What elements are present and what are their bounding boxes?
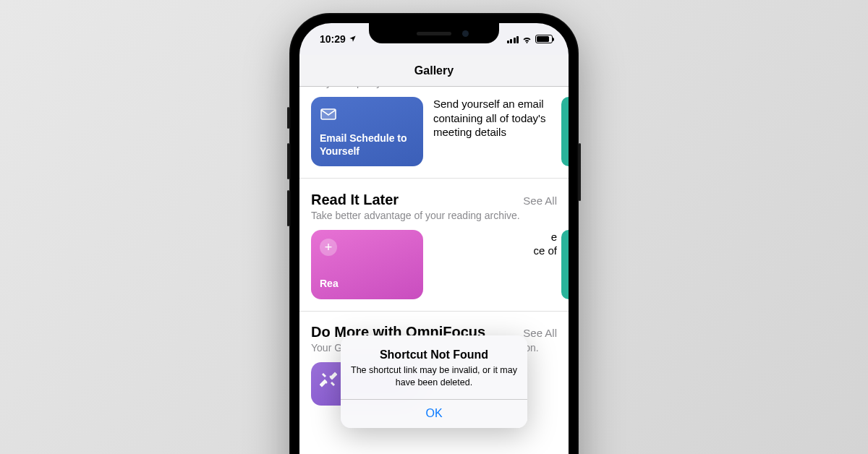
mute-switch <box>287 107 289 129</box>
next-card-peek[interactable] <box>561 97 569 166</box>
tools-icon <box>320 371 337 388</box>
alert-dialog: Shortcut Not Found The shortcut link may… <box>341 335 527 428</box>
section-subtitle: Take better advantage of your reading ar… <box>311 210 557 221</box>
see-all-link[interactable]: See All <box>523 194 557 207</box>
section-subtitle: Stay on top of your schedule. <box>311 87 557 88</box>
speaker <box>417 32 451 35</box>
side-button <box>579 143 581 201</box>
iphone-frame: 10:29 Gallery Put It on th <box>289 13 579 454</box>
wifi-icon <box>522 35 532 43</box>
mail-icon <box>320 106 337 123</box>
next-card-peek[interactable] <box>561 230 569 299</box>
cellular-signal-icon <box>507 35 519 43</box>
volume-down <box>287 190 289 226</box>
volume-up <box>287 143 289 179</box>
location-icon <box>349 33 357 45</box>
nav-bar: Gallery <box>299 55 569 87</box>
plus-icon: + <box>320 239 337 256</box>
shortcut-card-title: Rea <box>320 278 414 291</box>
alert-ok-button[interactable]: OK <box>341 399 527 428</box>
alert-message: The shortcut link may be invalid, or it … <box>351 364 517 389</box>
shortcut-card-email-schedule[interactable]: Email Schedule to Yourself <box>311 97 423 166</box>
nav-title: Gallery <box>414 64 454 77</box>
alert-title: Shortcut Not Found <box>351 348 517 361</box>
shortcut-card-desc: Send yourself an email containing all of… <box>433 97 557 166</box>
notch <box>369 23 499 43</box>
section-title: Read It Later <box>311 192 399 208</box>
shortcut-card-desc: e ce of <box>433 230 557 299</box>
battery-icon <box>535 35 553 43</box>
front-camera <box>462 30 469 37</box>
status-time: 10:29 <box>320 33 346 45</box>
see-all-link[interactable]: See All <box>523 327 557 339</box>
section-calendar: Put It on the Calendar See All Stay on t… <box>311 87 557 179</box>
section-read-later: Read It Later See All Take better advant… <box>311 179 557 312</box>
shortcut-card-read[interactable]: + Rea <box>311 230 423 299</box>
screen: 10:29 Gallery Put It on th <box>299 23 569 454</box>
shortcut-card-title: Email Schedule to Yourself <box>320 132 414 158</box>
